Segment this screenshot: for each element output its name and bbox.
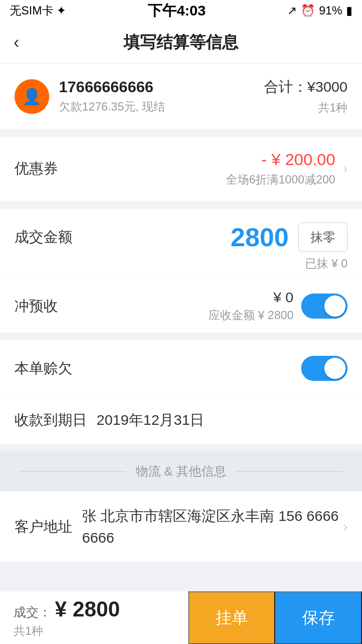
transaction-right: 2800 抹零 xyxy=(231,222,348,252)
debt-row: 本单赊欠 xyxy=(0,340,362,396)
status-time: 下午4:03 xyxy=(148,1,206,21)
bottom-count: 共1种 xyxy=(14,623,175,639)
total-count: 共1种 xyxy=(264,100,348,115)
bottom-deal-line: 成交： ¥ 2800 xyxy=(14,597,175,621)
prepay-amount: ¥ 0 xyxy=(209,289,293,306)
prepay-label: 冲预收 xyxy=(14,296,58,316)
back-button[interactable]: ‹ xyxy=(14,32,19,53)
debt-toggle-thumb xyxy=(324,358,346,379)
status-right: ↗ ⏰ 91% ▮ xyxy=(287,4,352,17)
bottom-bar: 成交： ¥ 2800 共1种 挂单 保存 xyxy=(0,591,362,644)
coupon-right: - ¥ 200.00 全场6折满1000减200 › xyxy=(226,150,348,187)
bottom-summary: 成交： ¥ 2800 共1种 xyxy=(0,597,188,639)
divider-line-left xyxy=(19,471,126,472)
customer-card: 👤 17666666666 欠款1276.35元, 现结 合计：¥3000 共1… xyxy=(0,64,362,129)
address-label: 客户地址 xyxy=(14,517,72,537)
status-left: 无SIM卡 ✦ xyxy=(10,3,66,18)
battery-icon: ▮ xyxy=(346,4,352,17)
prepay-right: ¥ 0 应收金额 ¥ 2800 xyxy=(209,289,348,323)
prepay-toggle[interactable] xyxy=(301,294,348,319)
hang-button[interactable]: 挂单 xyxy=(188,591,275,644)
alarm-icon: ⏰ xyxy=(301,4,315,17)
due-date-value: 2019年12月31日 xyxy=(97,410,204,430)
due-date-row: 收款到期日 2019年12月31日 xyxy=(0,396,362,444)
sim-status: 无SIM卡 ✦ xyxy=(10,3,66,18)
customer-debt: 欠款1276.35元, 现结 xyxy=(59,99,165,114)
location-icon: ↗ xyxy=(287,4,297,17)
customer-total: 合计：¥3000 共1种 xyxy=(264,77,348,115)
round-button[interactable]: 抹零 xyxy=(298,223,348,252)
coupon-discount: - ¥ 200.00 xyxy=(226,150,335,169)
logistics-divider: 物流 & 其他信息 xyxy=(0,451,362,491)
bottom-deal-amount: ¥ 2800 xyxy=(55,597,120,621)
bottom-deal-label: 成交： xyxy=(14,605,51,619)
address-row[interactable]: 客户地址 张 北京市市辖区海淀区永丰南 156 6666 6666 › xyxy=(0,491,362,562)
due-date-label: 收款到期日 xyxy=(14,410,87,430)
transaction-sub: 已抹 ¥ 0 xyxy=(0,256,362,279)
address-value: 张 北京市市辖区海淀区永丰南 156 6666 6666 xyxy=(82,505,343,548)
debt-toggle[interactable] xyxy=(301,356,348,381)
debt-section: 本单赊欠 收款到期日 2019年12月31日 xyxy=(0,340,362,444)
logistics-label: 物流 & 其他信息 xyxy=(136,463,226,480)
coupon-values: - ¥ 200.00 全场6折满1000减200 xyxy=(226,150,335,187)
page-title: 填写结算等信息 xyxy=(124,31,238,54)
customer-details: 17666666666 欠款1276.35元, 现结 xyxy=(59,78,165,114)
address-chevron-icon: › xyxy=(343,519,348,534)
prepay-row: 冲预收 ¥ 0 应收金额 ¥ 2800 xyxy=(0,279,362,333)
divider-line-right xyxy=(236,471,343,472)
prepay-values: ¥ 0 应收金额 ¥ 2800 xyxy=(209,289,293,323)
prepay-top: 冲预收 ¥ 0 应收金额 ¥ 2800 xyxy=(14,289,348,323)
coupon-row[interactable]: 优惠券 - ¥ 200.00 全场6折满1000减200 › xyxy=(0,137,362,201)
debt-label: 本单赊欠 xyxy=(14,359,72,378)
customer-phone: 17666666666 xyxy=(59,78,165,96)
main-content: 👤 17666666666 欠款1276.35元, 现结 合计：¥3000 共1… xyxy=(0,64,362,644)
total-amount: 合计：¥3000 xyxy=(264,77,348,97)
avatar: 👤 xyxy=(14,79,49,114)
coupon-chevron-icon: › xyxy=(343,161,348,177)
transaction-row: 成交金额 2800 抹零 xyxy=(0,209,362,256)
save-button[interactable]: 保存 xyxy=(275,591,362,644)
coupon-label: 优惠券 xyxy=(14,159,58,179)
toggle-thumb xyxy=(324,295,346,317)
avatar-icon: 👤 xyxy=(22,87,42,106)
transaction-section: 成交金额 2800 抹零 已抹 ¥ 0 冲预收 ¥ 0 应收金额 ¥ 2800 xyxy=(0,209,362,333)
nav-bar: ‹ 填写结算等信息 xyxy=(0,21,362,64)
prepay-sub: 应收金额 ¥ 2800 xyxy=(209,308,293,323)
transaction-label: 成交金额 xyxy=(14,227,72,247)
status-bar: 无SIM卡 ✦ 下午4:03 ↗ ⏰ 91% ▮ xyxy=(0,0,362,21)
customer-info: 👤 17666666666 欠款1276.35元, 现结 xyxy=(14,78,165,114)
transaction-amount: 2800 xyxy=(231,222,289,252)
coupon-desc: 全场6折满1000减200 xyxy=(226,172,335,187)
coupon-section: 优惠券 - ¥ 200.00 全场6折满1000减200 › xyxy=(0,137,362,201)
battery-status: 91% xyxy=(319,4,342,17)
